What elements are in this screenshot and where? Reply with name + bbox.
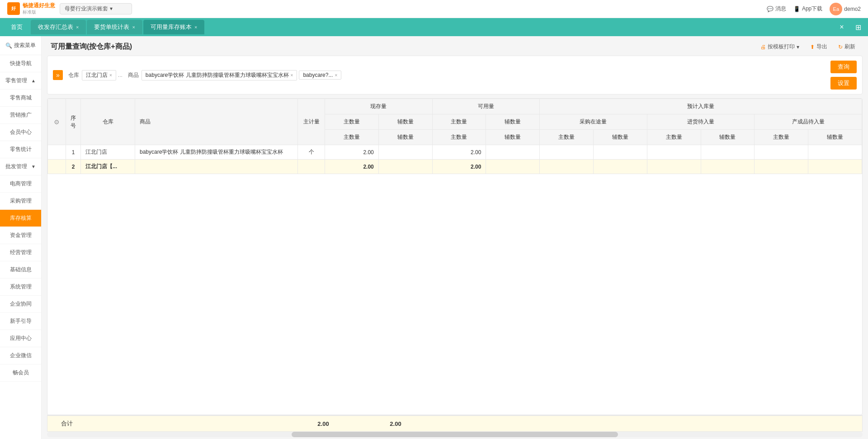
table-row: 1 江北门店 babycare学饮杯 儿童防摔防撞吸管杯重力球吸嘴杯宝宝水杯 个… (48, 145, 862, 160)
th-cm-main2: 主数量 (325, 130, 379, 145)
warehouse-tag-close[interactable]: × (109, 73, 112, 78)
app-download-btn[interactable]: 📱 App下载 (793, 5, 822, 13)
row2-current-sub (378, 160, 432, 174)
tab-order-stat-close[interactable]: × (132, 24, 135, 30)
sidebar-item-member[interactable]: 会员中心 (0, 124, 41, 141)
sidebar-item-retail[interactable]: 零售管理 ▲ (0, 72, 41, 90)
th-cm-sub2: 辅数量 (378, 130, 432, 145)
top-bar: 好 畅捷通好生意 标准版 母婴行业演示账套 ▾ 💬 消息 📱 App下载 Ea … (0, 0, 868, 18)
footer-avail-main: 2.00 (377, 420, 414, 427)
goods-tag1-text: babycare学饮杯 儿童防摔防撞吸管杯重力球吸嘴杯宝宝水杯 (146, 71, 289, 79)
logo-text: 畅捷通好生意 (23, 2, 55, 9)
sidebar-item-finance[interactable]: 资金管理 (0, 227, 41, 244)
goods-tag1[interactable]: babycare学饮杯 儿童防摔防撞吸管杯重力球吸嘴杯宝宝水杯 × (142, 70, 297, 80)
sidebar-item-app-center[interactable]: 应用中心 (0, 330, 41, 347)
th-purchase-sub: 辅数量 (593, 130, 647, 145)
sidebar-item-ecommerce[interactable]: 电商管理 (0, 175, 41, 193)
sidebar-item-guide[interactable]: 新手引导 (0, 313, 41, 330)
filter-bar: » 仓库 江北门店 × ... 商品 babycare学饮杯 儿童防摔防撞吸管杯… (47, 56, 863, 94)
tab-home[interactable]: 首页 (4, 20, 30, 34)
warehouse-more-icon[interactable]: ... (118, 72, 123, 78)
sidebar-item-app-center-label: 应用中心 (10, 335, 32, 342)
tab-inventory[interactable]: 可用量库存账本 × (143, 20, 204, 34)
footer-current-main: 2.00 (305, 420, 341, 427)
th-inbound-sub-group: 进货待入量 (647, 114, 755, 130)
message-btn[interactable]: 💬 消息 (767, 5, 786, 13)
sidebar-item-inventory[interactable]: 库存核算 (0, 210, 41, 227)
sidebar-item-quick-nav[interactable]: 快捷导航 (0, 55, 41, 72)
table-settings-icon[interactable]: ⚙ (54, 118, 60, 126)
nav-tabs-bar: 首页 收发存汇总表 × 要货单统计表 × 可用量库存账本 × × ⊞ (0, 18, 868, 36)
export-icon: ⬆ (810, 44, 815, 50)
close-all-btn[interactable]: × (835, 21, 848, 33)
message-label: 消息 (775, 5, 786, 13)
goods-tag2[interactable]: babycare?... × (299, 71, 341, 80)
logo-area: 好 畅捷通好生意 标准版 (7, 2, 55, 15)
row2-inbound-sub (701, 160, 755, 174)
tab-summary[interactable]: 收发存汇总表 × (31, 20, 86, 34)
logo-texts: 畅捷通好生意 标准版 (23, 2, 55, 15)
app-label: App下载 (802, 5, 822, 13)
table-footer: 合计 2.00 2.00 (47, 415, 863, 432)
sidebar-item-system[interactable]: 系统管理 (0, 279, 41, 296)
tab-inventory-close[interactable]: × (194, 24, 197, 30)
row1-no: 1 (66, 145, 81, 160)
template-selector[interactable]: 母婴行业演示账套 ▾ (60, 3, 132, 14)
tab-home-label: 首页 (11, 23, 23, 31)
row2-purchase-main (540, 160, 594, 174)
sidebar-item-basic-info[interactable]: 基础信息 (0, 261, 41, 279)
sidebar-item-wechat[interactable]: 企业微信 (0, 347, 41, 364)
chevron-icon-wholesale: ▼ (31, 164, 36, 169)
th-av-sub2: 辅数量 (486, 130, 540, 145)
sidebar-item-retail-stat[interactable]: 零售统计 (0, 141, 41, 158)
row2-product-main (755, 160, 808, 174)
row2-avail-main: 2.00 (432, 160, 486, 174)
export-btn[interactable]: ⬆ 导出 (807, 42, 831, 52)
tab-summary-close[interactable]: × (76, 24, 79, 30)
tab-order-stat-label: 要货单统计表 (94, 23, 129, 31)
th-inbound-sub: 辅数量 (701, 130, 755, 145)
sidebar-item-marketing[interactable]: 营销推广 (0, 107, 41, 124)
sidebar-item-wholesale[interactable]: 批发管理 ▼ (0, 158, 41, 175)
expand-filter-btn[interactable]: » (53, 70, 63, 80)
sidebar-item-purchase[interactable]: 采购管理 (0, 193, 41, 210)
search-menu-btn[interactable]: 🔍 搜索菜单 (4, 40, 38, 51)
sidebar-item-wechat-label: 企业微信 (10, 352, 32, 359)
refresh-icon: ↻ (838, 44, 843, 50)
th-settings[interactable]: ⚙ (48, 99, 66, 145)
sidebar: 🔍 搜索菜单 快捷导航 零售管理 ▲ 零售商城 营销推广 会员中心 零售统计 批… (0, 36, 42, 439)
refresh-label: 刷新 (844, 43, 855, 51)
sidebar-item-member2[interactable]: 畅会员 (0, 364, 41, 382)
sidebar-item-management[interactable]: 经营管理 (0, 244, 41, 261)
sidebar-item-enterprise[interactable]: 企业协同 (0, 296, 41, 313)
scrollbar-thumb[interactable] (292, 432, 618, 437)
mobile-icon: 📱 (793, 6, 800, 12)
search-menu-label: 搜索菜单 (14, 42, 36, 49)
tab-order-stat[interactable]: 要货单统计表 × (87, 20, 142, 34)
warehouse-tags: 江北门店 × ... (82, 70, 123, 80)
page-actions: 🖨 按模板打印 ▾ ⬆ 导出 ↻ 刷新 (757, 42, 859, 52)
query-btn[interactable]: 查询 (830, 61, 857, 73)
warehouse-filter-label: 仓库 (68, 71, 79, 79)
goods-tag1-close[interactable]: × (291, 73, 293, 78)
th-current-group: 现存量 (325, 99, 433, 114)
goods-filter-group: 商品 babycare学饮杯 儿童防摔防撞吸管杯重力球吸嘴杯宝宝水杯 × bab… (128, 70, 341, 80)
chevron-icon: ▲ (31, 78, 36, 83)
warehouse-tag[interactable]: 江北门店 × (82, 70, 116, 80)
horizontal-scrollbar[interactable] (47, 432, 863, 437)
sidebar-item-mall[interactable]: 零售商城 (0, 90, 41, 107)
th-product-main: 主数量 (755, 130, 808, 145)
goods-tag2-close[interactable]: × (335, 73, 337, 78)
page-header: 可用量查询(按仓库+商品) 🖨 按模板打印 ▾ ⬆ 导出 ↻ 刷新 (42, 36, 868, 56)
print-template-btn[interactable]: 🖨 按模板打印 ▾ (757, 42, 803, 52)
row1-avail-sub (486, 145, 540, 160)
row1-inbound-sub (701, 145, 755, 160)
settings-btn[interactable]: 设置 (830, 77, 857, 90)
th-avail-sub: 辅数量 (486, 114, 540, 130)
row1-goods: babycare学饮杯 儿童防摔防撞吸管杯重力球吸嘴杯宝宝水杯 (135, 145, 298, 160)
tab-inventory-label: 可用量库存账本 (151, 23, 192, 31)
sidebar-item-finance-label: 资金管理 (10, 231, 32, 239)
fullscreen-btn[interactable]: ⊞ (852, 21, 864, 33)
refresh-btn[interactable]: ↻ 刷新 (835, 42, 859, 52)
user-avatar[interactable]: Ea demo2 (830, 3, 861, 15)
